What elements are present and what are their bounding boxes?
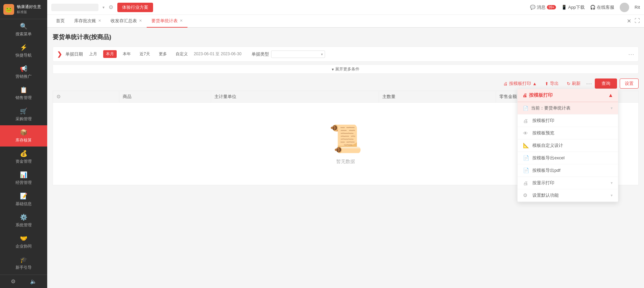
- current-item-chevron-icon: ▾: [611, 106, 613, 110]
- refresh-btn[interactable]: ↻ 刷新: [564, 79, 583, 88]
- search-icon: 🔍: [20, 23, 27, 30]
- sidebar-item-quicknav[interactable]: ⚡快捷导航: [0, 40, 47, 62]
- tabs-bar: 首页库存批次账✕收发存汇总表✕要货单统计表✕ ✕ ⛶: [47, 15, 644, 28]
- sidebar-item-guide[interactable]: 🎓新手引导: [0, 253, 47, 274]
- app-download-btn[interactable]: 📱 App下载: [561, 4, 585, 10]
- toolbar: 🖨 按模板打印 ▲ ⬆ 导出 ↻ 刷新 ⋯ 查询 设置 🖨 按模板打印: [53, 76, 639, 91]
- date-btn-this-month[interactable]: 本月: [103, 50, 117, 58]
- topbar-gear-icon[interactable]: ⚙: [109, 4, 113, 10]
- tab-label-order-stats: 要货单统计表: [151, 18, 178, 24]
- inventory-label: 库存核算: [16, 137, 32, 143]
- sidebar-item-sales[interactable]: 📋销售管理: [0, 83, 47, 104]
- system-label: 系统管理: [16, 222, 32, 228]
- sidebar-item-system[interactable]: ⚙️系统管理: [0, 210, 47, 231]
- sidebar-item-search[interactable]: 🔍搜索菜单: [0, 19, 47, 40]
- date-btn-more[interactable]: 更多: [156, 50, 170, 58]
- date-btn-last-month[interactable]: 上月: [86, 50, 100, 58]
- purchase-icon: 🛒: [20, 107, 27, 115]
- search-chevron-icon[interactable]: ▾: [103, 5, 105, 10]
- table-header-quantity: 主数量: [379, 91, 496, 103]
- expand-more-btn[interactable]: ▾ 展开更多条件: [328, 65, 363, 73]
- more-options-btn[interactable]: ⋯: [586, 80, 592, 87]
- empty-icon: 📜: [329, 123, 362, 155]
- tab-inventory-batch[interactable]: 库存批次账✕: [69, 15, 106, 28]
- quicknav-label: 快捷导航: [16, 53, 32, 58]
- close-window-icon[interactable]: ✕: [627, 18, 631, 24]
- purchase-label: 采购管理: [16, 116, 32, 122]
- sidebar: 🐸 畅康通好生意 标准版 🔍搜索菜单⚡快捷导航📢营销推广📋销售管理🛒采购管理📦库…: [0, 0, 47, 288]
- column-settings-icon[interactable]: ⚙: [56, 94, 61, 99]
- sidebar-item-operations[interactable]: 📊经营管理: [0, 168, 47, 189]
- sidebar-item-enterprise[interactable]: 🤝企业协同: [0, 231, 47, 253]
- tab-order-stats[interactable]: 要货单统计表✕: [147, 15, 187, 28]
- filter-dots-icon[interactable]: ⋯: [628, 51, 634, 58]
- expand-more-bar: ▾ 展开更多条件: [53, 65, 639, 74]
- expand-more-label: 展开更多条件: [335, 66, 359, 72]
- type-select-wrapper: 要货单: [271, 51, 325, 58]
- main-area: ▾ ⚙ 体验行业方案 💬 消息 99+ 📱 App下载 🎧 在线客服 Rit 首…: [47, 0, 644, 288]
- topbar: ▾ ⚙ 体验行业方案 💬 消息 99+ 📱 App下载 🎧 在线客服 Rit: [47, 0, 644, 15]
- item-template-print-label: 按模板打印: [532, 118, 554, 124]
- tab-receipts-summary[interactable]: 收发存汇总表✕: [106, 15, 147, 28]
- display-print-chevron-icon: ▾: [611, 181, 613, 185]
- query-btn[interactable]: 查询: [595, 78, 617, 89]
- dropdown-close-btn[interactable]: ▲: [608, 92, 613, 98]
- sidebar-item-purchase[interactable]: 🛒采购管理: [0, 104, 47, 125]
- quicknav-icon: ⚡: [20, 44, 27, 51]
- print-template-btn[interactable]: 🖨 按模板打印 ▲: [501, 79, 539, 88]
- item-design-icon: 📐: [523, 142, 530, 149]
- page-title: 要货单统计表(按商品): [53, 33, 639, 41]
- table-header-product: 商品: [119, 91, 211, 103]
- dropdown-item-template-excel[interactable]: 📄 按模板导出excel: [518, 152, 618, 164]
- item-set-default-icon: ⚙: [523, 192, 530, 198]
- settings-btn[interactable]: 设置: [620, 78, 639, 89]
- filter-bar: ❯ 单据日期 上月 本月 本年 近7天 更多 自定义 2023-06-01 至 …: [53, 46, 639, 62]
- table-header-gear[interactable]: ⚙: [53, 91, 119, 103]
- logo-subtitle: 标准版: [17, 10, 41, 14]
- item-template-excel-label: 按模板导出excel: [532, 155, 564, 161]
- user-name[interactable]: Rit: [635, 5, 640, 10]
- basic-icon: 📝: [20, 192, 27, 200]
- system-icon: ⚙️: [20, 214, 27, 221]
- settings-bottom-icon[interactable]: ⚙: [11, 278, 16, 285]
- export-btn[interactable]: ⬆ 导出: [542, 79, 561, 88]
- date-btn-this-year[interactable]: 本年: [120, 50, 134, 58]
- online-service-btn[interactable]: 🎧 在线客服: [590, 4, 614, 10]
- trial-button[interactable]: 体验行业方案: [117, 3, 153, 12]
- phone-icon: 📱: [561, 5, 567, 10]
- maximize-window-icon[interactable]: ⛶: [635, 18, 640, 24]
- sidebar-nav: 🔍搜索菜单⚡快捷导航📢营销推广📋销售管理🛒采购管理📦库存核算💰资金管理📊经营管理…: [0, 19, 47, 275]
- date-btn-7days[interactable]: 近7天: [137, 50, 153, 58]
- dropdown-item-set-default[interactable]: ⚙ 设置默认功能 ▾: [518, 189, 618, 202]
- dropdown-item-template-preview[interactable]: 👁 按模板预览: [518, 127, 618, 139]
- tab-close-inventory-batch[interactable]: ✕: [98, 19, 101, 23]
- dropdown-item-template-print[interactable]: 🖨 按模板打印: [518, 115, 618, 127]
- marketing-label: 营销推广: [16, 74, 32, 79]
- tab-close-order-stats[interactable]: ✕: [180, 19, 183, 23]
- type-select[interactable]: 要货单: [271, 51, 325, 58]
- sidebar-item-finance[interactable]: 💰资金管理: [0, 147, 47, 168]
- sales-icon: 📋: [20, 86, 27, 94]
- dropdown-item-display-print[interactable]: 🖨 按显示打印 ▾: [518, 177, 618, 189]
- messages-btn[interactable]: 💬 消息 99+: [530, 4, 556, 10]
- export-label: 导出: [550, 81, 559, 87]
- sound-bottom-icon[interactable]: 🔈: [30, 278, 37, 285]
- search-label: 搜索菜单: [16, 31, 32, 37]
- dropdown-item-template-design[interactable]: 📐 模板自定义设计: [518, 139, 618, 152]
- sidebar-item-marketing[interactable]: 📢营销推广: [0, 62, 47, 83]
- item-preview-icon: 👁: [523, 130, 530, 136]
- tab-label-home: 首页: [56, 18, 65, 24]
- filter-expand-icon[interactable]: ❯: [57, 51, 62, 58]
- printer-icon: 🖨: [503, 81, 508, 86]
- dropdown-current-item[interactable]: 📄 按模板打印 当前：要货单统计表 ▾: [518, 102, 618, 115]
- tab-home[interactable]: 首页: [51, 15, 69, 28]
- sidebar-item-basic[interactable]: 📝基础信息: [0, 189, 47, 210]
- sidebar-item-inventory[interactable]: 📦库存核算: [0, 125, 47, 147]
- tab-close-receipts-summary[interactable]: ✕: [139, 19, 142, 23]
- dropdown-item-template-pdf[interactable]: 📄 按模板导出pdf: [518, 164, 618, 177]
- user-avatar[interactable]: [620, 3, 629, 12]
- search-input[interactable]: [51, 4, 98, 11]
- sidebar-logo: 🐸 畅康通好生意 标准版: [0, 0, 47, 19]
- date-range-text: 2023-06-01 至 2023-06-30: [194, 51, 241, 57]
- date-btn-custom[interactable]: 自定义: [173, 50, 191, 58]
